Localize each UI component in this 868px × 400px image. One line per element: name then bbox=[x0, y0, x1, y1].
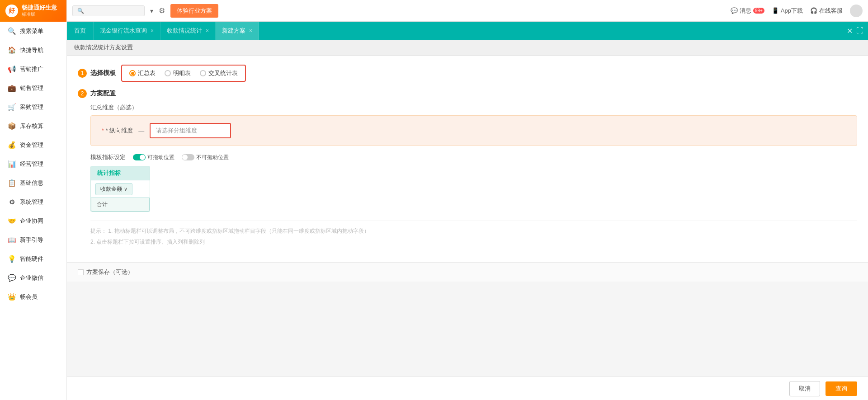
movable-tag: 可拖动位置 bbox=[133, 154, 175, 161]
user-avatar[interactable] bbox=[850, 5, 863, 17]
tab-1[interactable]: 现金银行流水查询× bbox=[94, 22, 160, 40]
sidebar-item-5[interactable]: 📦库存核算 bbox=[0, 117, 66, 136]
maximize-icon[interactable]: ⛶ bbox=[856, 27, 863, 35]
tab-close-1[interactable]: × bbox=[151, 28, 154, 34]
dimension-row-label: * * 纵向维度 bbox=[102, 127, 133, 135]
sidebar-icon-6: 💰 bbox=[7, 141, 16, 149]
step2-title: 方案配置 bbox=[90, 89, 116, 98]
sidebar-icon-7: 📊 bbox=[7, 160, 16, 168]
immovable-tag: 不可拖动位置 bbox=[182, 154, 229, 161]
cancel-button[interactable]: 取消 bbox=[789, 381, 820, 396]
sidebar-item-12[interactable]: 💡智能硬件 bbox=[0, 249, 66, 268]
sidebar-icon-5: 📦 bbox=[7, 122, 16, 130]
close-window-icon[interactable]: ✕ bbox=[847, 27, 853, 35]
tab-label-1: 现金银行流水查询 bbox=[100, 27, 147, 35]
sidebar-item-14[interactable]: 👑畅会员 bbox=[0, 287, 66, 306]
logo-icon: 好 bbox=[5, 5, 18, 17]
tab-0[interactable]: 首页 bbox=[67, 22, 94, 40]
step2-content: 汇总维度（必选） * * 纵向维度 — 请选择分组维度 bbox=[90, 104, 857, 253]
tab-label-2: 收款情况统计 bbox=[167, 27, 202, 35]
download-icon: 📱 bbox=[772, 7, 779, 14]
download-item[interactable]: 📱 App下载 bbox=[772, 7, 803, 15]
sidebar-label-9: 系统管理 bbox=[20, 198, 43, 206]
tab-close-2[interactable]: × bbox=[206, 28, 209, 34]
form-section: 1 选择模板 汇总表 明细表 交叉统计表 bbox=[67, 56, 868, 262]
sidebar-item-6[interactable]: 💰资金管理 bbox=[0, 136, 66, 155]
sidebar-icon-2: 📢 bbox=[7, 65, 16, 73]
save-section: 方案保存（可选） bbox=[67, 262, 868, 282]
service-label: 在线客服 bbox=[819, 7, 843, 15]
sidebar-label-12: 智能硬件 bbox=[20, 255, 43, 263]
metrics-tag-label: 收款金额 bbox=[100, 185, 122, 193]
sidebar-item-7[interactable]: 📊经营管理 bbox=[0, 155, 66, 174]
sidebar-item-1[interactable]: 🏠快捷导航 bbox=[0, 41, 66, 60]
topbar-right: 💬 消息 99+ 📱 App下载 🎧 在线客服 bbox=[731, 5, 863, 17]
save-checkbox-item[interactable]: 方案保存（可选） bbox=[78, 268, 133, 276]
radio-cross-circle bbox=[200, 70, 206, 76]
dimension-placeholder: 请选择分组维度 bbox=[156, 127, 197, 134]
template-radio-group: 汇总表 明细表 交叉统计表 bbox=[121, 65, 246, 82]
sidebar-item-13[interactable]: 💬企业微信 bbox=[0, 268, 66, 287]
stats-title-row: 统计指标 bbox=[91, 166, 150, 180]
step2-section: 2 方案配置 汇总维度（必选） * * 纵向维度 bbox=[78, 89, 857, 253]
query-button[interactable]: 查询 bbox=[826, 381, 857, 396]
radio-summary-circle bbox=[129, 70, 136, 76]
hint-text: 提示： 1. 拖动标题栏可以调整布局，不可跨维度或指标区域拖动栏目字段（只能在同… bbox=[90, 226, 857, 247]
tab-3[interactable]: 新建方案× bbox=[216, 22, 259, 40]
trial-button[interactable]: 体验行业方案 bbox=[170, 4, 218, 18]
metrics-title: 模板指标设定 bbox=[90, 153, 126, 161]
step1-title: 选择模板 bbox=[90, 69, 116, 77]
immovable-label: 不可拖动位置 bbox=[196, 154, 229, 161]
tab-close-3[interactable]: × bbox=[249, 28, 252, 34]
sidebar-icon-12: 💡 bbox=[7, 255, 16, 263]
sidebar-item-8[interactable]: 📋基础信息 bbox=[0, 174, 66, 193]
message-item[interactable]: 💬 消息 99+ bbox=[731, 7, 764, 15]
topbar-gear-icon[interactable]: ⚙ bbox=[159, 6, 165, 15]
sidebar-icon-13: 💬 bbox=[7, 274, 16, 282]
radio-cross-label: 交叉统计表 bbox=[208, 69, 238, 77]
sidebar-item-0[interactable]: 🔍搜索菜单 bbox=[0, 22, 66, 41]
metrics-header: 模板指标设定 可拖动位置 不可拖动位置 bbox=[90, 153, 857, 161]
immovable-toggle[interactable] bbox=[182, 154, 194, 160]
sidebar-item-4[interactable]: 🛒采购管理 bbox=[0, 98, 66, 117]
subtag-label: 合计 bbox=[97, 201, 108, 207]
content-area: 收款情况统计方案设置 1 选择模板 汇总表 明细表 bbox=[67, 40, 868, 400]
metrics-subtag-row: 合计 bbox=[91, 198, 150, 212]
step2-num: 2 bbox=[78, 89, 87, 98]
metrics-tag-amount[interactable]: 收款金额 ∨ bbox=[95, 183, 132, 195]
sidebar-item-9[interactable]: ⚙系统管理 bbox=[0, 193, 66, 212]
stats-title: 统计指标 bbox=[97, 169, 121, 176]
message-label: 消息 bbox=[740, 7, 751, 15]
tab-label-0: 首页 bbox=[74, 27, 86, 35]
movable-toggle[interactable] bbox=[133, 154, 146, 160]
save-checkbox[interactable] bbox=[78, 269, 84, 275]
sidebar-icon-0: 🔍 bbox=[7, 27, 16, 35]
search-input[interactable] bbox=[86, 8, 140, 14]
sidebar-label-5: 库存核算 bbox=[20, 122, 43, 130]
dimension-selector[interactable]: 请选择分组维度 bbox=[150, 123, 231, 138]
topbar-dropdown[interactable]: ▾ bbox=[150, 7, 153, 14]
sidebar-icon-4: 🛒 bbox=[7, 103, 16, 111]
radio-detail-label: 明细表 bbox=[173, 69, 191, 77]
dimension-arrow: — bbox=[138, 127, 144, 134]
movable-label: 可拖动位置 bbox=[147, 154, 175, 161]
search-box[interactable]: 🔍 bbox=[72, 5, 145, 16]
hint-section: 提示： 1. 拖动标题栏可以调整布局，不可跨维度或指标区域拖动栏目字段（只能在同… bbox=[90, 221, 857, 253]
sidebar-item-3[interactable]: 💼销售管理 bbox=[0, 79, 66, 98]
sidebar-item-10[interactable]: 🤝企业协同 bbox=[0, 212, 66, 231]
hint-line-1: 提示： 1. 拖动标题栏可以调整布局，不可跨维度或指标区域拖动栏目字段（只能在同… bbox=[90, 226, 857, 236]
radio-cross[interactable]: 交叉统计表 bbox=[200, 69, 238, 77]
metrics-tag-row: 收款金额 ∨ bbox=[91, 180, 150, 198]
tab-2[interactable]: 收款情况统计× bbox=[160, 22, 216, 40]
sidebar-icon-1: 🏠 bbox=[7, 46, 16, 54]
sidebar-item-2[interactable]: 📢营销推广 bbox=[0, 60, 66, 79]
radio-summary[interactable]: 汇总表 bbox=[129, 69, 156, 77]
radio-detail[interactable]: 明细表 bbox=[165, 69, 191, 77]
app-name: 畅捷通好生意 bbox=[22, 4, 57, 11]
tag-dropdown-icon: ∨ bbox=[124, 186, 127, 192]
sidebar-item-11[interactable]: 📖新手引导 bbox=[0, 231, 66, 249]
sidebar-icon-11: 📖 bbox=[7, 236, 16, 244]
service-icon: 🎧 bbox=[810, 7, 817, 14]
service-item[interactable]: 🎧 在线客服 bbox=[810, 7, 843, 15]
sidebar-icon-3: 💼 bbox=[7, 84, 16, 92]
